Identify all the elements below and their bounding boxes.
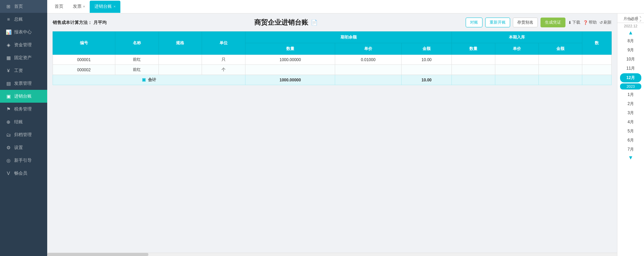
- sidebar-label-payroll: 工资: [14, 68, 23, 74]
- cell-ruku-jine: [539, 65, 582, 75]
- vip-icon: V: [5, 171, 11, 176]
- sidebar-label-fixed-assets: 固定资产: [14, 55, 32, 61]
- col-bianhao: 编号: [53, 32, 115, 55]
- sidebar-label-new-guide: 新手引导: [14, 157, 32, 163]
- sidebar-item-vip-member[interactable]: V 畅会员: [0, 167, 47, 180]
- main-area: 首页 发票 × 进销台账 × ✕ ⛶ 销售成本计算方法： 月平均: [47, 0, 644, 256]
- total-row: ▣ 合计 1000.00000 10.00: [53, 75, 612, 85]
- sidebar-label-invoice-management: 发票管理: [14, 80, 32, 86]
- sidebar-item-archive-management[interactable]: 🗂 归档管理: [0, 128, 47, 141]
- sidebar-label-general-ledger: 总账: [14, 16, 23, 22]
- duizhang-button[interactable]: 对账: [466, 18, 482, 27]
- tax-icon: ⚑: [5, 106, 11, 112]
- sidebar: ⊞ 首页 ≡ 总账 📊 报表中心 ◈ 资金管理 ▦ 固定资产 ¥ 工资 ▤ 发票…: [0, 0, 47, 256]
- cell-mingcheng: 前红: [115, 55, 158, 65]
- total-qichu-shuliang: 1000.00000: [245, 75, 335, 85]
- month-11[interactable]: 11月: [617, 64, 644, 73]
- month-12[interactable]: 12月: [620, 73, 641, 82]
- cell-danwei: 个: [202, 65, 245, 75]
- cell-extra: [582, 55, 611, 65]
- total-qichu-jine: 10.00: [401, 75, 452, 85]
- home-icon: ⊞: [5, 4, 11, 9]
- month-8[interactable]: 8月: [617, 36, 644, 46]
- sidebar-item-settings[interactable]: ⚙ 设置: [0, 141, 47, 154]
- total-ruku-danjia: [495, 75, 539, 85]
- shengcheng-button[interactable]: 生成凭证: [540, 18, 565, 27]
- col-danwei: 单位: [202, 32, 245, 55]
- archive-icon: 🗂: [5, 132, 11, 137]
- page-body: ✕ ⛶ 销售成本计算方法： 月平均 商贸企业进销台账 📄 对账 重新开账 存货别…: [47, 14, 617, 256]
- sidebar-item-tax-management[interactable]: ⚑ 税务管理: [0, 103, 47, 116]
- cell-bianhao: 000001: [53, 55, 115, 65]
- total-ruku-jine: [539, 75, 582, 85]
- col-ruku-danjia: 单价: [495, 43, 539, 55]
- month-3[interactable]: 3月: [617, 108, 644, 118]
- scroll-thumb[interactable]: [47, 253, 148, 256]
- help-button[interactable]: ❓ 帮助: [583, 20, 597, 25]
- refresh-button[interactable]: ↺ 刷新: [599, 20, 612, 25]
- month-nav-up[interactable]: ▲: [617, 29, 644, 36]
- tab-home[interactable]: 首页: [50, 1, 68, 13]
- cell-bianhao: 000002: [53, 65, 115, 75]
- col-ruku-jine: 金额: [539, 43, 582, 55]
- cell-qichu-jine: 10.00: [401, 55, 452, 65]
- fund-icon: ◈: [5, 42, 11, 48]
- cell-ruku-danjia: [495, 55, 539, 65]
- tab-purchase-close[interactable]: ×: [113, 4, 115, 8]
- sidebar-item-payroll[interactable]: ¥ 工资: [0, 64, 47, 77]
- cell-qichu-shuliang: [245, 65, 335, 75]
- assets-icon: ▦: [5, 55, 11, 60]
- sidebar-item-purchase-sales[interactable]: ▣ 进销台账: [0, 90, 47, 103]
- month-5[interactable]: 5月: [617, 127, 644, 136]
- download-button[interactable]: ⬇ 下载: [568, 20, 580, 25]
- col-qichu-shuliang: 数量: [245, 43, 335, 55]
- cell-extra: [582, 65, 611, 75]
- cell-guige: [158, 55, 202, 65]
- table-container: 编号 名称 规格 单位 期初余额 本期入库 数 数量 单价 金额 数: [53, 31, 612, 85]
- cell-qichu-shuliang: 1000.00000: [245, 55, 335, 65]
- month-6[interactable]: 6月: [617, 136, 644, 145]
- sidebar-item-invoice-management[interactable]: ▤ 发票管理: [0, 77, 47, 90]
- info-bar: 销售成本计算方法： 月平均 商贸企业进销台账 📄 对账 重新开账 存货别名 生成…: [53, 18, 612, 27]
- sidebar-item-report-center[interactable]: 📊 报表中心: [0, 26, 47, 39]
- total-ruku-shuliang: [452, 75, 495, 85]
- sidebar-label-purchase-sales: 进销台账: [14, 93, 32, 99]
- cell-ruku-danjia: [495, 65, 539, 75]
- sidebar-item-general-ledger[interactable]: ≡ 总账: [0, 13, 47, 26]
- month-2[interactable]: 2月: [617, 99, 644, 108]
- cunwei-button[interactable]: 存货别名: [513, 18, 538, 27]
- sidebar-item-fixed-assets[interactable]: ▦ 固定资产: [0, 51, 47, 64]
- sidebar-item-new-guide[interactable]: ◎ 新手引导: [0, 154, 47, 167]
- total-label: ▣ 合计: [53, 75, 245, 85]
- tab-invoice[interactable]: 发票 ×: [68, 1, 90, 13]
- purchase-icon: ▣: [5, 94, 11, 99]
- sidebar-item-home[interactable]: ⊞ 首页: [0, 0, 47, 13]
- sidebar-item-fund-management[interactable]: ◈ 资金管理: [0, 39, 47, 51]
- sidebar-label-archive-management: 归档管理: [14, 132, 32, 138]
- month-4[interactable]: 4月: [617, 118, 644, 127]
- month-1[interactable]: 1月: [617, 90, 644, 99]
- cell-qichu-jine: [401, 65, 452, 75]
- col-extra: 数: [582, 32, 611, 55]
- col-guige: 规格: [158, 32, 202, 55]
- cost-method: 销售成本计算方法： 月平均: [53, 20, 107, 26]
- chongxin-button[interactable]: 重新开账: [485, 18, 510, 27]
- col-qichu-yue: 期初余额: [245, 32, 452, 43]
- table-row[interactable]: 000002 前红 个: [53, 65, 612, 75]
- month-nav-down[interactable]: ▼: [617, 154, 644, 161]
- month-9[interactable]: 9月: [617, 46, 644, 55]
- month-7[interactable]: 7月: [617, 145, 644, 154]
- refresh-icon: ↺: [599, 20, 603, 25]
- sidebar-label-report-center: 报表中心: [14, 29, 32, 35]
- horizontal-scrollbar[interactable]: [47, 253, 617, 256]
- sidebar-item-closing[interactable]: ⊕ 结账: [0, 116, 47, 128]
- table-row[interactable]: 000001 前红 只 1000.00000 0.01000 10.00: [53, 55, 612, 65]
- cell-qichu-danjia: [335, 65, 401, 75]
- page-title-icon: 📄: [311, 19, 318, 26]
- tab-purchase-sales-ledger[interactable]: 进销台账 ×: [90, 1, 120, 13]
- col-qichu-jine: 金额: [401, 43, 452, 55]
- action-buttons: 对账 重新开账 存货别名 生成凭证 ⬇ 下载 ❓ 帮助 ↺ 刷新: [466, 18, 612, 27]
- month-10[interactable]: 10月: [617, 55, 644, 64]
- invoice-icon: ▤: [5, 81, 11, 86]
- tab-invoice-close[interactable]: ×: [83, 4, 85, 8]
